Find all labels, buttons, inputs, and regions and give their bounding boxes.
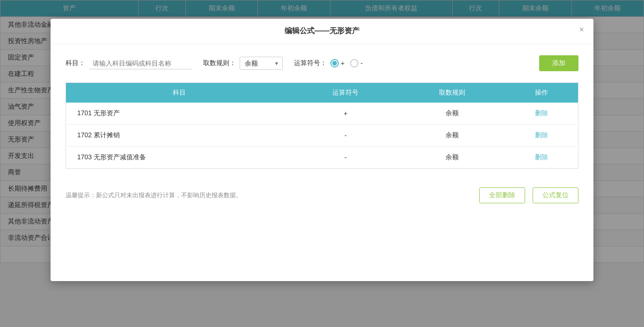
modal-title: 编辑公式——无形资产 bbox=[285, 27, 359, 35]
radio-minus-label: - bbox=[360, 59, 363, 67]
modal-body: 科目： 取数规则： 余额 期初余额 借方 贷方 ▼ bbox=[51, 44, 593, 180]
radio-plus-item[interactable]: + bbox=[330, 59, 344, 67]
radio-plus-label: + bbox=[341, 59, 344, 67]
rule-label: 取数规则： bbox=[203, 59, 236, 67]
formula-action-cell: 删除 bbox=[505, 103, 578, 125]
reset-formula-button[interactable]: 公式复位 bbox=[533, 187, 578, 203]
radio-minus-circle[interactable] bbox=[350, 59, 359, 67]
operator-label: 运算符号： bbox=[294, 59, 327, 67]
formula-table-row: 1703 无形资产减值准备-余额删除 bbox=[66, 147, 578, 169]
formula-subject-cell: 1703 无形资产减值准备 bbox=[66, 147, 293, 169]
formula-action-cell: 删除 bbox=[505, 125, 578, 147]
formula-delete-button[interactable]: 删除 bbox=[535, 153, 548, 162]
formula-rule-cell: 余额 bbox=[399, 125, 505, 147]
formula-subject-cell: 1701 无形资产 bbox=[66, 103, 293, 125]
formula-subject-cell: 1702 累计摊销 bbox=[66, 125, 293, 147]
formula-table-header: 操作 bbox=[505, 83, 578, 103]
formula-action-cell: 删除 bbox=[505, 147, 578, 169]
formula-table-header: 科目 bbox=[66, 83, 293, 103]
formula-delete-button[interactable]: 删除 bbox=[535, 109, 548, 118]
modal-dialog: 编辑公式——无形资产 × 科目： 取数规则： 余额 期初余额 借方 bbox=[51, 19, 593, 281]
modal-footer: 温馨提示：新公式只对未出报表进行计算，不影响历史报表数据。 全部删除 公式复位 bbox=[51, 180, 593, 215]
radio-minus-item[interactable]: - bbox=[350, 59, 363, 67]
operator-radio-group: + - bbox=[330, 59, 363, 67]
subject-input[interactable] bbox=[89, 58, 192, 69]
modal-header: 编辑公式——无形资产 × bbox=[51, 19, 593, 44]
formula-operator-cell: + bbox=[293, 103, 399, 125]
rule-select[interactable]: 余额 期初余额 借方 贷方 bbox=[240, 57, 283, 70]
formula-table-row: 1702 累计摊销-余额删除 bbox=[66, 125, 578, 147]
formula-rule-cell: 余额 bbox=[399, 147, 505, 169]
delete-all-button[interactable]: 全部删除 bbox=[479, 187, 525, 203]
formula-delete-button[interactable]: 删除 bbox=[535, 131, 548, 140]
add-button[interactable]: 添加 bbox=[539, 55, 578, 71]
formula-table-header: 运算符号 bbox=[293, 83, 399, 103]
modal-overlay: 编辑公式——无形资产 × 科目： 取数规则： 余额 期初余额 借方 bbox=[0, 0, 644, 327]
operator-group: 运算符号： + - bbox=[294, 59, 363, 67]
formula-rule-cell: 余额 bbox=[399, 103, 505, 125]
rule-select-wrapper: 余额 期初余额 借方 贷方 ▼ bbox=[240, 57, 283, 70]
formula-table-header: 取数规则 bbox=[399, 83, 505, 103]
form-row: 科目： 取数规则： 余额 期初余额 借方 贷方 ▼ bbox=[66, 55, 578, 71]
formula-table: 科目运算符号取数规则操作 1701 无形资产+余额删除1702 累计摊销-余额删… bbox=[66, 82, 578, 169]
radio-plus-circle[interactable] bbox=[330, 59, 339, 67]
subject-label: 科目： bbox=[66, 59, 85, 67]
formula-operator-cell: - bbox=[293, 147, 399, 169]
formula-operator-cell: - bbox=[293, 125, 399, 147]
modal-close-button[interactable]: × bbox=[579, 25, 584, 34]
footer-buttons: 全部删除 公式复位 bbox=[479, 187, 578, 203]
rule-group: 取数规则： 余额 期初余额 借方 贷方 ▼ bbox=[203, 57, 283, 70]
footer-tip: 温馨提示：新公式只对未出报表进行计算，不影响历史报表数据。 bbox=[66, 191, 242, 200]
formula-table-row: 1701 无形资产+余额删除 bbox=[66, 103, 578, 125]
subject-group: 科目： bbox=[66, 58, 192, 69]
